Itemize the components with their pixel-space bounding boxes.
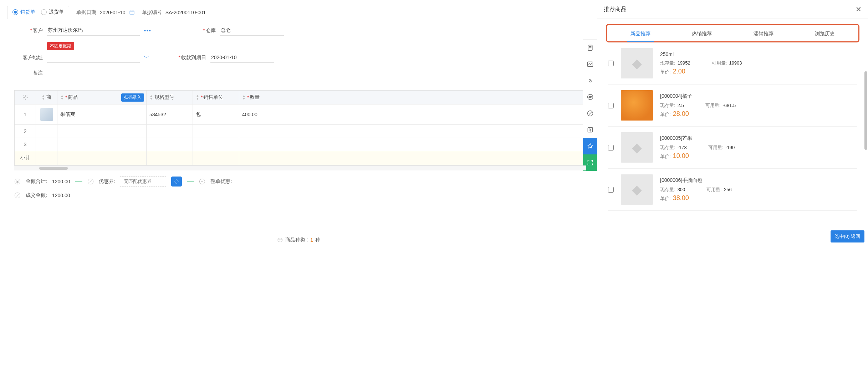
rec-checkbox[interactable] bbox=[608, 103, 614, 108]
rec-scrollbar-thumb[interactable] bbox=[864, 71, 867, 150]
rec-checkbox[interactable] bbox=[608, 61, 614, 66]
calendar-icon[interactable] bbox=[129, 10, 135, 15]
tool-swap-icon[interactable] bbox=[583, 89, 597, 105]
row-unit[interactable] bbox=[193, 125, 239, 138]
rec-price: 28.00 bbox=[673, 110, 689, 117]
rec-item[interactable]: ◆250ml现存量:19952可用量:19903单价:2.00 bbox=[608, 42, 857, 85]
rec-stock: 现存量:-178 bbox=[660, 144, 687, 151]
scan-input-button[interactable]: 扫码录入 bbox=[121, 93, 144, 102]
customer-more-icon[interactable]: ••• bbox=[144, 28, 152, 34]
col-qty[interactable]: ▲▼*数量 bbox=[239, 91, 268, 104]
row-qty[interactable] bbox=[239, 138, 268, 151]
doc-date-value[interactable]: 2020-01-10 bbox=[100, 10, 126, 15]
row-spec[interactable] bbox=[147, 138, 193, 151]
rec-checkbox[interactable] bbox=[608, 187, 614, 193]
row-index: 2 bbox=[15, 125, 36, 138]
remark-input[interactable] bbox=[47, 68, 247, 78]
row-unit[interactable] bbox=[193, 138, 239, 151]
sort-icon: ▲▼ bbox=[196, 94, 199, 100]
row-spec[interactable] bbox=[147, 125, 193, 138]
tab-sales[interactable]: 销货单 bbox=[12, 9, 35, 15]
minus-icon: — bbox=[75, 177, 82, 185]
sort-icon: ▲▼ bbox=[242, 94, 246, 100]
rec-thumb: ◆ bbox=[621, 132, 653, 163]
row-qty[interactable] bbox=[239, 125, 268, 138]
table-row[interactable]: 3 bbox=[15, 138, 586, 151]
doc-no-value: SA-20200110-001 bbox=[165, 10, 206, 15]
deal-label: 成交金额: bbox=[26, 192, 47, 199]
table-row[interactable]: 1果倍爽534532包400.00 bbox=[15, 104, 586, 125]
table-row[interactable]: 2 bbox=[15, 125, 586, 138]
sort-icon: ▲▼ bbox=[60, 94, 64, 100]
tool-link-icon[interactable] bbox=[583, 72, 597, 89]
row-qty[interactable]: 400.00 bbox=[239, 104, 268, 124]
rec-thumb bbox=[621, 90, 653, 121]
rec-price: 10.00 bbox=[673, 152, 689, 159]
col-unit[interactable]: ▲▼*销售单位 bbox=[193, 91, 239, 104]
tool-doc-icon[interactable] bbox=[583, 40, 597, 56]
warehouse-input[interactable] bbox=[220, 25, 284, 36]
row-thumb bbox=[36, 104, 57, 124]
rec-tab-slow[interactable]: 滞销推荐 bbox=[746, 27, 781, 41]
due-date-label: *收款到期日 bbox=[178, 55, 206, 61]
doc-date-label: 单据日期 bbox=[76, 9, 96, 16]
radio-dot-icon bbox=[41, 9, 47, 15]
row-spec[interactable]: 534532 bbox=[147, 104, 193, 124]
minus-icon: — bbox=[187, 177, 194, 185]
scrollbar-thumb[interactable] bbox=[39, 167, 68, 170]
tool-star-icon[interactable] bbox=[583, 138, 597, 154]
tab-return-label: 退货单 bbox=[49, 9, 64, 15]
rec-thumb: ◆ bbox=[621, 174, 653, 205]
chevron-down-icon[interactable]: ﹀ bbox=[144, 55, 149, 61]
rec-name: [0000005]芒果 bbox=[660, 135, 857, 142]
currency-icon bbox=[14, 178, 21, 185]
deal-icon bbox=[14, 192, 21, 199]
rec-tab-new[interactable]: 新品推荐 bbox=[623, 27, 658, 41]
svg-point-8 bbox=[88, 179, 93, 184]
refresh-button[interactable] bbox=[171, 177, 182, 187]
coupon-label: 优惠券: bbox=[99, 178, 115, 185]
rec-name: [0000006]手撕面包 bbox=[660, 177, 857, 184]
rec-item[interactable]: [0000004]橘子现存量:2.5可用量:-681.5单价:28.00 bbox=[608, 85, 857, 127]
discount-label: 整单优惠: bbox=[210, 178, 232, 185]
grid-scrollbar[interactable] bbox=[14, 165, 586, 170]
customer-label: *客户 bbox=[14, 27, 43, 34]
rec-price: 38.00 bbox=[673, 194, 689, 201]
rec-list[interactable]: ◆250ml现存量:19952可用量:19903单价:2.00[0000004]… bbox=[597, 42, 868, 246]
col-settings[interactable] bbox=[15, 91, 36, 104]
close-icon[interactable]: ✕ bbox=[856, 5, 862, 14]
rec-avail: 可用量:19903 bbox=[712, 60, 742, 66]
row-product[interactable]: 果倍爽 bbox=[57, 104, 147, 124]
rec-name: 250ml bbox=[660, 51, 857, 57]
rec-stock: 现存量:19952 bbox=[660, 60, 690, 66]
rec-tab-history[interactable]: 浏览历史 bbox=[808, 27, 842, 41]
col-product[interactable]: ▲▼*商品扫码录入 bbox=[57, 91, 147, 104]
rec-price-label: 单价: bbox=[660, 69, 671, 75]
tool-currency-icon[interactable] bbox=[583, 122, 597, 138]
rec-tab-hot[interactable]: 热销推荐 bbox=[685, 27, 719, 41]
customer-input[interactable] bbox=[47, 25, 140, 36]
rec-price-label: 单价: bbox=[660, 112, 671, 117]
row-product[interactable] bbox=[57, 125, 147, 138]
address-input[interactable] bbox=[47, 52, 140, 63]
rec-name: [0000004]橘子 bbox=[660, 93, 857, 99]
col-image[interactable]: ▲▼商 bbox=[36, 91, 57, 104]
rec-checkbox[interactable] bbox=[608, 145, 614, 150]
col-spec[interactable]: ▲▼规格型号 bbox=[147, 91, 193, 104]
tab-return[interactable]: 退货单 bbox=[41, 9, 64, 15]
tool-chart-icon[interactable] bbox=[583, 56, 597, 72]
due-date-input[interactable] bbox=[210, 52, 274, 63]
product-thumb-icon bbox=[40, 108, 53, 121]
svg-point-3 bbox=[587, 94, 593, 100]
coupon-input[interactable] bbox=[120, 176, 166, 187]
subtotal-label: 小计 bbox=[15, 151, 36, 165]
rec-price: 2.00 bbox=[673, 68, 685, 75]
tool-discount-icon[interactable] bbox=[583, 105, 597, 122]
select-return-button[interactable]: 选中(0) 返回 bbox=[831, 230, 865, 242]
row-unit[interactable]: 包 bbox=[193, 104, 239, 124]
row-product[interactable] bbox=[57, 138, 147, 151]
rec-item[interactable]: ◆[0000006]手撕面包现存量:300可用量:256单价:38.00 bbox=[608, 169, 857, 211]
row-thumb bbox=[36, 125, 57, 138]
rec-item[interactable]: ◆[0000005]芒果现存量:-178可用量:-190单价:10.00 bbox=[608, 127, 857, 169]
customer-tag: 不固定账期 bbox=[47, 42, 74, 50]
